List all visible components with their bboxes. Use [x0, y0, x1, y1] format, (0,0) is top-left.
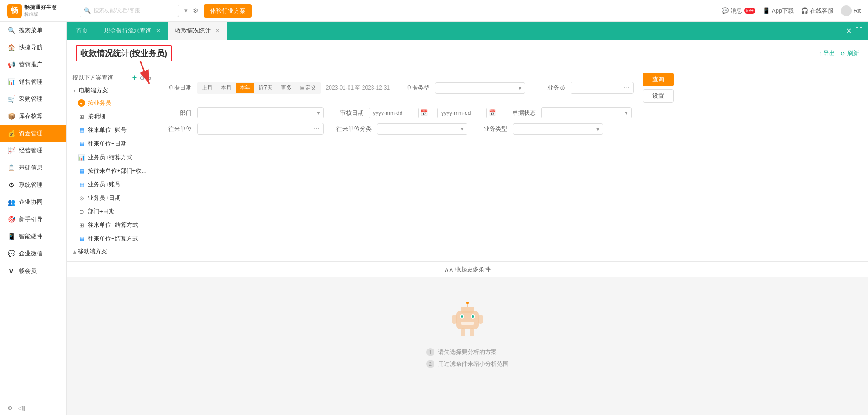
partner-dots[interactable]: ···	[314, 125, 320, 133]
doc-status-select-wrapper[interactable]	[541, 107, 632, 118]
review-date-end-input[interactable]	[437, 108, 487, 118]
scheme-item-partner-settlement1[interactable]: ⊞ 往来单位+结算方式	[67, 218, 157, 232]
settings-button[interactable]: 设置	[643, 89, 674, 103]
sidebar-item-system[interactable]: ⚙ 系统管理	[0, 176, 66, 193]
filter-row-1: 单据日期 上月 本月 本年 近7天 更多 自定义 2023-01-01 至 20…	[165, 73, 861, 103]
sidebar-item-enterprise[interactable]: 👥 企业协同	[0, 193, 66, 211]
basic-info-icon: 📋	[7, 164, 15, 171]
tab-receipt-stats-close[interactable]: ✕	[215, 28, 220, 34]
sidebar-bottom: ⚙ ◁‖	[0, 401, 66, 415]
sidebar-item-purchase[interactable]: 🛒 采购管理	[0, 90, 66, 108]
trial-button[interactable]: 体验行业方案	[204, 4, 252, 18]
sidebar-item-marketing[interactable]: 📢 营销推广	[0, 56, 66, 73]
scheme-item-table-icon4: ▦	[78, 181, 85, 188]
scheme-item-partner-dept[interactable]: ▦ 按往来单位+部门+收...	[67, 164, 157, 178]
tab-close-all-icon[interactable]: ✕	[846, 27, 852, 35]
review-date-start-input[interactable]	[369, 108, 419, 118]
scheme-item-by-detail[interactable]: ⊞ 按明细	[67, 110, 157, 123]
review-date-label: 审核日期	[336, 109, 363, 117]
dept-select[interactable]	[197, 107, 324, 118]
sidebar-item-search-menu[interactable]: 🔍 搜索菜单	[0, 22, 66, 39]
scheme-item-dept-date[interactable]: ⊙ 部门+日期	[67, 205, 157, 218]
sidebar-item-guide[interactable]: 🎯 新手引导	[0, 211, 66, 228]
sidebar-item-wechat[interactable]: 💬 企业微信	[0, 245, 66, 262]
dropdown-arrow-icon[interactable]: ▾	[184, 7, 188, 14]
tab-expand-icon[interactable]: ⛶	[855, 27, 863, 35]
message-nav-item[interactable]: 💬 消息 99+	[722, 7, 755, 15]
online-service-item[interactable]: 🎧 在线客服	[801, 7, 834, 15]
filter-row-2: 部门 审核日期 📅 — 📅	[165, 107, 861, 118]
query-button[interactable]: 查询	[643, 73, 674, 86]
empty-tip-1: 1 请先选择要分析的方案	[426, 348, 509, 356]
scheme-item-salesperson-date[interactable]: ⊙ 业务员+日期	[67, 191, 157, 205]
scheme-item-by-salesperson[interactable]: ● 按业务员	[67, 96, 157, 110]
partner-category-select-wrapper[interactable]	[377, 123, 467, 135]
user-name-item[interactable]: Rit	[841, 5, 861, 16]
search-bar[interactable]: 🔍 搜索功能/文档/客服	[80, 5, 179, 17]
tab-bar: 首页 现金银行流水查询 ✕ 收款情况统计 ✕ ✕ ⛶	[67, 22, 868, 40]
scheme-settings-icon[interactable]: ⚙	[139, 74, 145, 81]
tab-bank-flow-close[interactable]: ✕	[156, 28, 160, 34]
scheme-item-partner-date[interactable]: ▦ 往来单位+日期	[67, 137, 157, 151]
sidebar-item-quick-nav[interactable]: 🏠 快捷导航	[0, 39, 66, 56]
category-arrow-mobile-icon: ▶	[72, 250, 77, 253]
scheme-category-desktop[interactable]: ▼ 电脑端方案	[67, 85, 157, 96]
settings-icon[interactable]: ⚙	[193, 7, 198, 14]
sidebar-item-inventory[interactable]: 📦 库存核算	[0, 108, 66, 125]
sidebar-item-smart-hardware[interactable]: 📱 智能硬件	[0, 228, 66, 245]
date-tab-custom[interactable]: 自定义	[296, 83, 320, 93]
scheme-item-partner-account[interactable]: ▦ 往来单位+账号	[67, 123, 157, 137]
date-tab-this-year[interactable]: 本年	[236, 83, 254, 93]
top-nav-right: 💬 消息 99+ 📱 App下载 🎧 在线客服 Rit	[722, 5, 861, 16]
sidebar-collapse-icon[interactable]: ◁‖	[18, 405, 26, 411]
purchase-icon: 🛒	[7, 95, 15, 103]
salesperson-input[interactable]: ···	[571, 82, 634, 94]
salesperson-dots[interactable]: ···	[624, 84, 630, 92]
empty-tip-2: 2 用过滤条件来缩小分析范围	[426, 360, 509, 368]
partner-category-select[interactable]	[377, 123, 467, 135]
date-tab-7days[interactable]: 近7天	[255, 83, 276, 93]
collapse-icon: ∧∧	[444, 266, 453, 273]
dept-select-wrapper[interactable]	[197, 107, 324, 118]
date-tab-this-month[interactable]: 本月	[217, 83, 235, 93]
scheme-collapse-icon[interactable]: «	[148, 74, 151, 81]
system-icon: ⚙	[7, 181, 15, 189]
tab-home[interactable]: 首页	[67, 22, 97, 40]
sidebar-item-sales[interactable]: 📊 销售管理	[0, 73, 66, 90]
scheme-item-table-icon3: ▦	[78, 167, 85, 174]
sidebar-item-basic-info[interactable]: 📋 基础信息	[0, 159, 66, 176]
sidebar-item-vip[interactable]: V 畅会员	[0, 262, 66, 279]
scheme-item-table-icon2: ▦	[78, 140, 85, 147]
sidebar-settings-icon[interactable]: ⚙	[7, 405, 13, 411]
sidebar-item-operation[interactable]: 📈 经营管理	[0, 142, 66, 159]
doc-status-label: 单据状态	[509, 109, 536, 117]
page-title: 收款情况统计(按业务员)	[76, 45, 172, 61]
content-area: 首页 现金银行流水查询 ✕ 收款情况统计 ✕ ✕ ⛶ 收款情况统计(按业务员)	[67, 22, 868, 415]
calendar-start-icon[interactable]: 📅	[420, 109, 428, 116]
refresh-button[interactable]: ↺ 刷新	[840, 49, 859, 57]
tab-receipt-stats[interactable]: 收款情况统计 ✕	[168, 22, 227, 40]
scheme-item-partner-settlement2[interactable]: ▦ 往来单位+结算方式	[67, 232, 157, 245]
scheme-add-icon[interactable]: +	[132, 74, 137, 82]
filter-form: 单据日期 上月 本月 本年 近7天 更多 自定义 2023-01-01 至 20…	[157, 67, 868, 261]
doc-status-select[interactable]	[541, 107, 632, 118]
tab-bank-flow[interactable]: 现金银行流水查询 ✕	[97, 22, 168, 40]
sidebar-item-fund[interactable]: 💰 资金管理	[0, 125, 66, 142]
business-type-select[interactable]	[513, 123, 603, 135]
scheme-item-salesperson-account[interactable]: ▦ 业务员+账号	[67, 178, 157, 191]
collapse-bar[interactable]: ∧∧ 收起更多条件	[67, 261, 868, 277]
doc-type-select-wrapper[interactable]	[435, 82, 525, 94]
dept-label: 部门	[165, 109, 192, 117]
scheme-category-mobile[interactable]: ▶ 移动端方案	[67, 245, 157, 257]
export-button[interactable]: ↑ 导出	[819, 49, 835, 57]
sales-icon: 📊	[7, 78, 15, 85]
date-tab-more[interactable]: 更多	[277, 83, 295, 93]
business-type-select-wrapper[interactable]	[513, 123, 603, 135]
app-download-item[interactable]: 📱 App下载	[763, 7, 794, 15]
scheme-item-salesperson-settlement[interactable]: 📊 业务员+结算方式	[67, 151, 157, 164]
date-tab-last-month[interactable]: 上月	[198, 83, 216, 93]
doc-type-select[interactable]	[435, 82, 525, 94]
partner-input[interactable]: ···	[197, 123, 324, 135]
refresh-icon: ↺	[840, 50, 845, 57]
calendar-end-icon[interactable]: 📅	[489, 109, 496, 116]
